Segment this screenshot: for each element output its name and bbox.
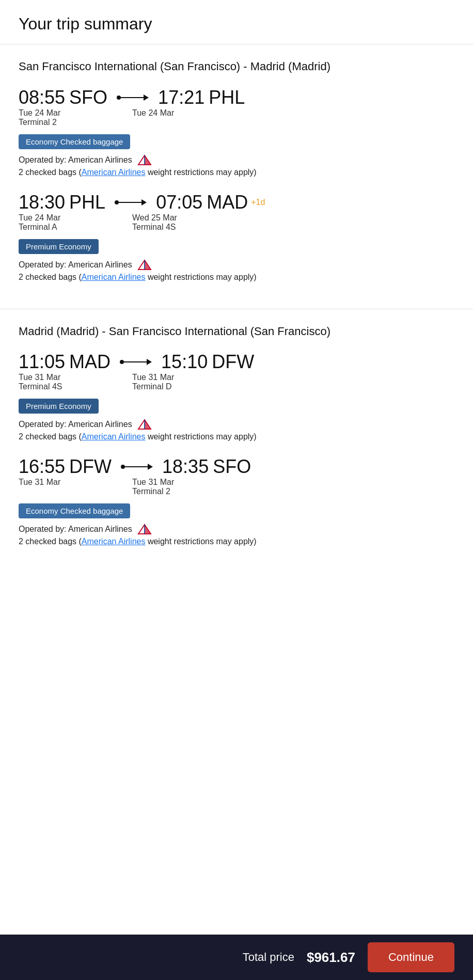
arr-terminal-3: Terminal D	[132, 382, 235, 391]
arr-terminal-2: Terminal 4S	[132, 223, 235, 232]
dep-info-3: Tue 31 Mar Terminal 4S	[19, 373, 132, 391]
continue-button[interactable]: Continue	[368, 942, 454, 972]
flight-times-row-3: 11:05 MAD 15:10 DFW	[19, 351, 454, 373]
flight-arrow-2	[115, 199, 147, 206]
return-route: Madrid (Madrid) - San Francisco Internat…	[19, 324, 454, 339]
arr-code-2: MAD	[207, 192, 248, 213]
arr-time-4: 18:35	[162, 456, 209, 478]
info-row-1: Tue 24 Mar Terminal 2 Tue 24 Mar	[19, 108, 454, 127]
baggage-link-1[interactable]: American Airlines	[82, 168, 146, 177]
baggage-text-1: 2 checked bags (	[19, 168, 82, 177]
badge-2: Premium Economy	[19, 233, 454, 259]
baggage-suffix-4: weight restrictions may apply)	[145, 537, 256, 546]
aa-logo-2	[137, 259, 152, 271]
outbound-route: San Francisco International (San Francis…	[19, 59, 454, 74]
arr-code-3: DFW	[212, 351, 254, 373]
dep-time-4: 16:55	[19, 456, 65, 478]
flight-times-row-1: 08:55 SFO 17:21 PHL	[19, 87, 454, 108]
dep-info-1: Tue 24 Mar Terminal 2	[19, 108, 132, 127]
baggage-info-2: 2 checked bags (American Airlines weight…	[19, 273, 454, 282]
flight-segment-2: 18:30 PHL 07:05 MAD +1d Tue 24 Mar Termi…	[19, 192, 454, 282]
aa-logo-3	[137, 419, 152, 430]
dep-code-3: MAD	[69, 351, 111, 373]
info-row-2: Tue 24 Mar Terminal A Wed 25 Mar Termina…	[19, 213, 454, 232]
baggage-link-4[interactable]: American Airlines	[82, 537, 146, 546]
dep-info-4: Tue 31 Mar	[19, 478, 132, 496]
page-container: Your trip summary San Francisco Internat…	[0, 0, 473, 980]
operated-by-1: Operated by: American Airlines	[19, 154, 454, 166]
baggage-text-2: 2 checked bags (	[19, 273, 82, 281]
operated-by-text-2: Operated by: American Airlines	[19, 260, 132, 270]
flight-times-row-2: 18:30 PHL 07:05 MAD +1d	[19, 192, 454, 213]
dep-terminal-1: Terminal 2	[19, 118, 132, 127]
dep-time-2: 18:30	[19, 192, 65, 213]
operated-by-text-1: Operated by: American Airlines	[19, 155, 132, 165]
dep-code-1: SFO	[69, 87, 107, 108]
operated-by-2: Operated by: American Airlines	[19, 259, 454, 271]
info-row-3: Tue 31 Mar Terminal 4S Tue 31 Mar Termin…	[19, 373, 454, 391]
arr-time-1: 17:21	[158, 87, 204, 108]
flight-arrow-3	[120, 359, 152, 365]
badge-label-1: Economy Checked baggage	[19, 134, 130, 149]
arr-date-4: Tue 31 Mar	[132, 478, 235, 487]
badge-label-2: Premium Economy	[19, 239, 99, 254]
arr-info-3: Tue 31 Mar Terminal D	[132, 373, 235, 391]
dep-time-1: 08:55	[19, 87, 65, 108]
arr-time-3: 15:10	[161, 351, 208, 373]
arr-date-2: Wed 25 Mar	[132, 213, 235, 223]
arr-time-2: 07:05	[156, 192, 202, 213]
return-section: Madrid (Madrid) - San Francisco Internat…	[0, 309, 473, 574]
arr-code-4: SFO	[213, 456, 251, 478]
baggage-info-4: 2 checked bags (American Airlines weight…	[19, 537, 454, 546]
arr-date-1: Tue 24 Mar	[132, 108, 235, 118]
dep-date-3: Tue 31 Mar	[19, 373, 132, 382]
operated-by-text-4: Operated by: American Airlines	[19, 525, 132, 534]
flight-arrow-1	[117, 94, 149, 101]
baggage-text-3: 2 checked bags (	[19, 432, 82, 441]
baggage-link-2[interactable]: American Airlines	[82, 273, 146, 281]
dep-info-2: Tue 24 Mar Terminal A	[19, 213, 132, 232]
flight-segment-4: 16:55 DFW 18:35 SFO Tue 31 Mar Tue 31 Ma…	[19, 456, 454, 546]
baggage-info-3: 2 checked bags (American Airlines weight…	[19, 432, 454, 441]
flight-segment-1: 08:55 SFO 17:21 PHL Tue 24 Mar Terminal …	[19, 87, 454, 177]
page-title-section: Your trip summary	[0, 0, 473, 44]
baggage-suffix-3: weight restrictions may apply)	[145, 432, 256, 441]
flight-segment-3: 11:05 MAD 15:10 DFW Tue 31 Mar Terminal …	[19, 351, 454, 441]
arr-terminal-4: Terminal 2	[132, 487, 235, 496]
arr-info-1: Tue 24 Mar	[132, 108, 235, 127]
total-price-label: Total price	[243, 951, 294, 964]
dep-terminal-2: Terminal A	[19, 223, 132, 232]
dep-code-4: DFW	[69, 456, 112, 478]
baggage-link-3[interactable]: American Airlines	[82, 432, 146, 441]
dep-date-2: Tue 24 Mar	[19, 213, 132, 223]
arr-info-2: Wed 25 Mar Terminal 4S	[132, 213, 235, 232]
dep-time-3: 11:05	[19, 351, 65, 373]
dep-code-2: PHL	[69, 192, 105, 213]
badge-1: Economy Checked baggage	[19, 128, 454, 154]
dep-terminal-3: Terminal 4S	[19, 382, 132, 391]
operated-by-3: Operated by: American Airlines	[19, 419, 454, 430]
aa-logo-1	[137, 154, 152, 166]
aa-logo-4	[137, 524, 152, 535]
plus-day-2: +1d	[251, 198, 265, 207]
flight-arrow-4	[121, 464, 153, 470]
total-price-amount: $961.67	[307, 950, 355, 966]
badge-3: Premium Economy	[19, 392, 454, 419]
flight-times-row-4: 16:55 DFW 18:35 SFO	[19, 456, 454, 478]
arr-info-4: Tue 31 Mar Terminal 2	[132, 478, 235, 496]
arr-code-1: PHL	[209, 87, 245, 108]
dep-date-1: Tue 24 Mar	[19, 108, 132, 118]
baggage-info-1: 2 checked bags (American Airlines weight…	[19, 168, 454, 177]
baggage-text-4: 2 checked bags (	[19, 537, 82, 546]
operated-by-4: Operated by: American Airlines	[19, 524, 454, 535]
baggage-suffix-1: weight restrictions may apply)	[145, 168, 256, 177]
dep-date-4: Tue 31 Mar	[19, 478, 132, 487]
badge-label-3: Premium Economy	[19, 399, 99, 414]
outbound-section: San Francisco International (San Francis…	[0, 44, 473, 309]
info-row-4: Tue 31 Mar Tue 31 Mar Terminal 2	[19, 478, 454, 496]
baggage-suffix-2: weight restrictions may apply)	[145, 273, 256, 281]
page-title: Your trip summary	[19, 14, 454, 34]
badge-label-4: Economy Checked baggage	[19, 503, 130, 518]
svg-marker-10	[145, 525, 151, 534]
badge-4: Economy Checked baggage	[19, 497, 454, 524]
